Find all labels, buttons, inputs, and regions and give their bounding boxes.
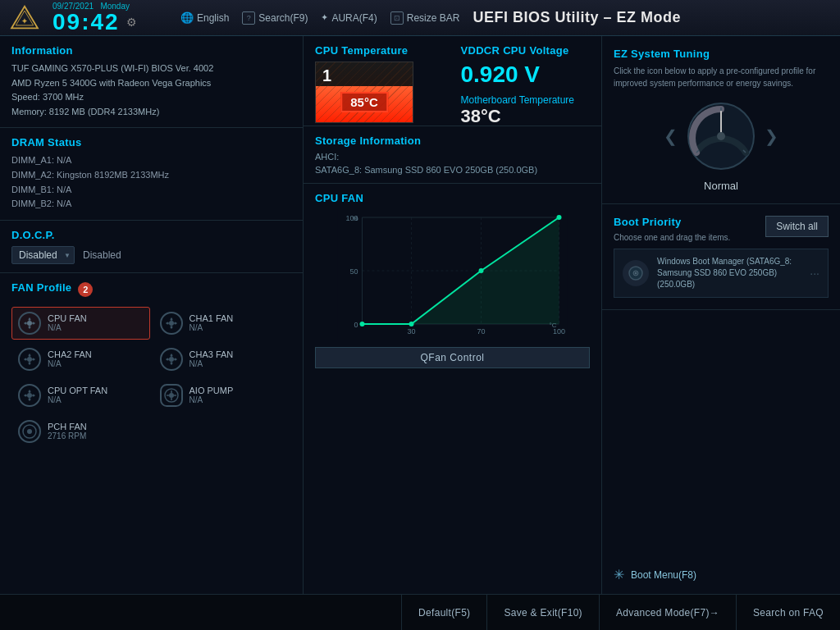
content-area: Information TUF GAMING X570-PLUS (WI-FI)… <box>0 36 840 594</box>
boot-priority-description: Choose one and drag the items. <box>614 233 730 242</box>
snowflake-icon: ✳ <box>614 567 624 582</box>
fan-item-cpu[interactable]: CPU FAN N/A <box>11 307 150 340</box>
cha1-fan-value: N/A <box>189 323 234 332</box>
fan-item-cha1[interactable]: CHA1 FAN N/A <box>153 307 292 340</box>
storage-ahci-label: AHCI: <box>315 152 339 162</box>
dram-a1: DIMM_A1: N/A <box>11 153 291 168</box>
mb-temp-title: Motherboard Temperature <box>461 94 591 106</box>
cha3-fan-icon <box>160 348 183 371</box>
temperature-gauge: 1 85°C <box>315 62 413 123</box>
language-selector[interactable]: 🌐 English <box>180 11 229 24</box>
resize-bar-button[interactable]: ⊡ Resize BAR <box>390 11 460 25</box>
aio-fan-info: AIO PUMP N/A <box>189 386 234 404</box>
svg-point-3 <box>27 321 32 326</box>
default-button[interactable]: Default(F5) <box>401 595 486 630</box>
switch-all-button[interactable]: Switch all <box>765 216 829 237</box>
cpu-fan-name: CPU FAN <box>48 313 87 323</box>
svg-text:30: 30 <box>407 327 415 336</box>
info-line-4: Memory: 8192 MB (DDR4 2133MHz) <box>11 105 291 120</box>
ez-tuning-title: EZ System Tuning <box>614 48 829 60</box>
cha2-fan-value: N/A <box>48 359 92 368</box>
fan-profile-section: FAN Profile 2 <box>0 273 303 594</box>
pch-fan-info: PCH FAN 2716 RPM <box>48 422 87 441</box>
svg-point-30 <box>409 322 414 326</box>
search-button[interactable]: ? Search(F9) <box>242 11 308 25</box>
svg-point-7 <box>27 393 32 398</box>
cha3-fan-info: CHA3 FAN N/A <box>189 349 234 368</box>
fan-item-pch[interactable]: PCH FAN 2716 RPM <box>11 415 150 448</box>
dram-b2: DIMM_B2: N/A <box>11 197 291 212</box>
fan-item-cha2[interactable]: CHA2 FAN N/A <box>11 343 150 376</box>
advanced-mode-button[interactable]: Advanced Mode(F7)→ <box>599 595 736 630</box>
aura-icon: ✦ <box>321 12 328 23</box>
save-exit-button[interactable]: Save & Exit(F10) <box>486 595 599 630</box>
fan-profile-number: 2 <box>78 282 93 297</box>
docp-controls: Disabled Enabled Disabled <box>11 246 291 264</box>
cpu-fan-info: CPU FAN N/A <box>48 313 87 332</box>
asus-logo: ✦ <box>10 5 39 31</box>
dram-b1: DIMM_B1: N/A <box>11 183 291 198</box>
ez-prev-button[interactable]: ❮ <box>664 126 678 146</box>
docp-select-wrapper[interactable]: Disabled Enabled <box>11 246 75 264</box>
storage-type: AHCI: <box>315 152 590 162</box>
docp-select[interactable]: Disabled Enabled <box>11 246 75 264</box>
boot-item-1-dots[interactable]: ··· <box>810 267 819 280</box>
middle-panel: CPU Temperature 1 85°C VDDCR CPU Voltage… <box>304 36 602 594</box>
header: ✦ 09/27/2021 Monday 09:42 ⚙ 🌐 English ? <box>0 0 840 36</box>
globe-icon: 🌐 <box>180 11 194 24</box>
cpu-fan-chart-section: CPU FAN 100 <box>304 184 601 594</box>
svg-point-35 <box>717 132 725 140</box>
svg-point-11 <box>27 429 32 434</box>
time-display: 09:42 <box>52 11 120 34</box>
boot-priority-section: Boot Priority Choose one and drag the it… <box>602 204 840 310</box>
boot-menu-label: Boot Menu(F8) <box>631 569 696 581</box>
fan-chart-svg: 100 50 0 % 30 70 100 °C <box>315 209 590 340</box>
system-info: TUF GAMING X570-PLUS (WI-FI) BIOS Ver. 4… <box>11 62 291 119</box>
fan-item-cpuopt[interactable]: CPU OPT FAN N/A <box>11 379 150 412</box>
svg-text:50: 50 <box>349 267 358 276</box>
ez-next-button[interactable]: ❯ <box>765 126 778 146</box>
fan-item-aio[interactable]: AIO PUMP N/A <box>153 379 292 412</box>
svg-text:70: 70 <box>477 327 485 336</box>
cpu-temp-badge: 85°C <box>340 92 388 112</box>
aio-fan-value: N/A <box>189 395 234 404</box>
cha1-fan-icon <box>160 312 183 335</box>
cpuopt-fan-info: CPU OPT FAN N/A <box>48 386 107 404</box>
cha1-fan-name: CHA1 FAN <box>189 313 234 323</box>
question-icon: ? <box>242 11 255 25</box>
dram-b2-value: N/A <box>57 199 71 208</box>
svg-point-41 <box>635 272 637 274</box>
info-line-1: TUF GAMING X570-PLUS (WI-FI) BIOS Ver. 4… <box>11 62 291 76</box>
qfan-control-button[interactable]: QFan Control <box>315 347 590 368</box>
aura-button[interactable]: ✦ AURA(F4) <box>321 12 377 24</box>
boot-priority-header: Boot Priority Choose one and drag the it… <box>614 216 829 242</box>
svg-point-4 <box>169 321 174 326</box>
svg-point-32 <box>557 215 562 220</box>
svg-text:%: % <box>353 215 358 222</box>
dram-b2-label: DIMM_B2: <box>11 199 54 208</box>
storage-item-1-label: SATA6G_8: <box>315 165 362 175</box>
dram-b1-value: N/A <box>57 185 71 194</box>
pch-fan-name: PCH FAN <box>48 422 87 431</box>
aura-label: AURA(F4) <box>331 12 377 24</box>
cha1-fan-info: CHA1 FAN N/A <box>189 313 234 332</box>
cha2-fan-info: CHA2 FAN N/A <box>48 349 92 368</box>
pch-fan-value: 2716 RPM <box>48 431 87 441</box>
boot-menu-button[interactable]: ✳ Boot Menu(F8) <box>614 567 829 582</box>
settings-icon[interactable]: ⚙ <box>126 16 137 29</box>
speedometer-graphic <box>684 99 758 173</box>
svg-point-5 <box>27 357 32 362</box>
cha3-fan-name: CHA3 FAN <box>189 349 234 359</box>
search-faq-button[interactable]: Search on FAQ <box>736 595 840 630</box>
dram-a2-label: DIMM_A2: <box>11 170 54 180</box>
fan-item-cha3[interactable]: CHA3 FAN N/A <box>153 343 292 376</box>
boot-priority-title: Boot Priority <box>614 216 730 228</box>
svg-point-29 <box>360 322 365 326</box>
ez-tuning-description: Click the icon below to apply a pre-conf… <box>614 65 829 89</box>
temp-number-label: 1 <box>322 66 331 85</box>
docp-section: D.O.C.P. Disabled Enabled Disabled <box>0 221 303 273</box>
dram-title: DRAM Status <box>11 136 291 148</box>
boot-item-1[interactable]: Windows Boot Manager (SATA6G_8: Samsung … <box>614 249 829 298</box>
boot-priority-header-left: Boot Priority Choose one and drag the it… <box>614 216 730 242</box>
thermo-inner: 1 85°C <box>315 62 413 123</box>
